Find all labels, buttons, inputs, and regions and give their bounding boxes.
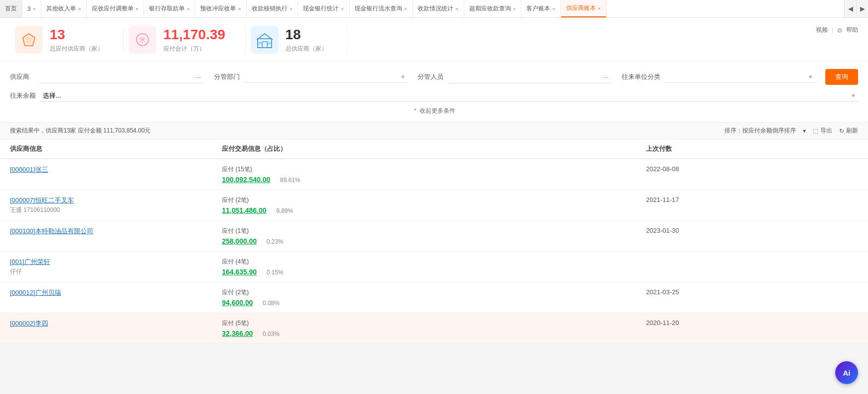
dept-select-wrapper[interactable]: ▾ xyxy=(244,71,408,83)
supplier-link-1[interactable]: [000001]张三 xyxy=(10,166,48,173)
balance-select[interactable]: 选择... xyxy=(43,92,852,99)
sort-label[interactable]: 排序：按应付余额倒序排序 xyxy=(724,127,796,135)
col-payable-info: 应付交易信息（占比） xyxy=(222,144,646,153)
nav-tab-cash-bank-stat-label: 现金银行统计 xyxy=(303,4,339,13)
supplier-link-2[interactable]: [000007]恒旺二手叉车 xyxy=(10,197,74,204)
nav-tab-collection-exec[interactable]: 收款核销执行 × xyxy=(247,0,298,17)
category-select[interactable] xyxy=(667,73,809,80)
supplier-sub-4: 仔仔 xyxy=(10,267,222,276)
supplier-label: 供应商 xyxy=(10,72,35,81)
payable-amount-2[interactable]: 11,051,486.00 xyxy=(222,206,267,214)
nav-tab-home-label: 首页 xyxy=(5,4,17,13)
person-input[interactable] xyxy=(450,73,603,80)
supplier-input[interactable] xyxy=(42,73,195,80)
nav-tab-customer-ledger-close[interactable]: × xyxy=(552,6,555,12)
payable-label-5: 应付 (2笔) xyxy=(222,288,646,297)
person-dots-icon[interactable]: ··· xyxy=(603,73,609,81)
dept-select[interactable] xyxy=(247,73,402,80)
category-chevron-icon: ▾ xyxy=(809,73,812,80)
payable-amount-6[interactable]: 32,366.00 xyxy=(222,329,253,337)
payable-percent-6: 0.03% xyxy=(263,330,280,337)
nav-tab-cash-bank-stat-close[interactable]: × xyxy=(341,6,344,12)
stat-block-total-suppliers: 18 总供应商（家） xyxy=(246,26,348,54)
nav-tab-collection-stat[interactable]: 收款情况统计 × xyxy=(413,0,464,17)
supplier-link-5[interactable]: [000012]广州贝瑞 xyxy=(10,289,61,296)
nav-tab-cash-bank-query-label: 现金银行流水查询 xyxy=(355,4,402,13)
nav-tab-bank-deposit[interactable]: 银行存取款单 × xyxy=(144,0,195,17)
table-row: [000002]李四 应付 (5笔) 32,366.00 0.03% 2020-… xyxy=(0,313,868,344)
nav-tab-ar-ap-adjust[interactable]: 应收应付调整单 × xyxy=(87,0,144,17)
payable-label-1: 应付 (15笔) xyxy=(222,165,646,174)
nav-next-arrow[interactable]: ▶ xyxy=(856,0,868,18)
nav-tab-ar-ap-adjust-close[interactable]: × xyxy=(136,6,139,12)
help-link[interactable]: 帮助 xyxy=(846,26,858,34)
balance-chevron-icon: ▾ xyxy=(852,92,855,99)
payable-cell-5: 应付 (2笔) 94,600.00 0.08% xyxy=(222,288,646,307)
nav-tab-cash-bank-stat[interactable]: 现金银行统计 × xyxy=(298,0,349,17)
supplier-link-4[interactable]: [001]广州荣轩 xyxy=(10,258,50,265)
result-bar: 搜索结果中，供应商13家 应付金额 111,703,854.00元 排序：按应付… xyxy=(0,123,868,139)
nav-tab-3[interactable]: 3 × xyxy=(22,0,41,17)
last-pay-cell-6: 2020-11-20 xyxy=(646,319,858,327)
supplier-cell-2: [000007]恒旺二手叉车 王通 17106110000 xyxy=(10,196,222,214)
nav-tab-advance-ar-close[interactable]: × xyxy=(238,6,241,12)
payable-cell-6: 应付 (5笔) 32,366.00 0.03% xyxy=(222,319,646,337)
payable-amount-3[interactable]: 258,000.00 xyxy=(222,237,257,245)
stat-text-total-suppliers: 18 总供应商（家） xyxy=(286,26,327,54)
supplier-field: 供应商 ··· xyxy=(10,71,204,83)
last-pay-cell-3: 2023-01-30 xyxy=(646,227,858,234)
result-actions: 排序：按应付余额倒序排序 ▾ ⬚ 导出 ↻ 刷新 xyxy=(724,127,858,135)
payable-amount-1[interactable]: 100,092,540.00 xyxy=(222,176,270,184)
nav-tab-supplier-ledger[interactable]: 供应商账本 × xyxy=(561,0,606,17)
payable-percent-4: 0.15% xyxy=(267,269,284,276)
nav-tab-customer-ledger-label: 客户账本 xyxy=(526,4,550,13)
nav-tab-collection-exec-close[interactable]: × xyxy=(289,6,292,12)
nav-tab-supplier-ledger-close[interactable]: × xyxy=(598,5,601,11)
supplier-link-3[interactable]: [000100]本特勒油品有限公司 xyxy=(10,227,93,235)
supplier-dots-icon[interactable]: ··· xyxy=(195,73,201,81)
search-area: 供应商 ··· 分管部门 ▾ 分管人员 ··· 往来单位分类 xyxy=(0,62,868,123)
last-pay-cell-5: 2021-03-25 xyxy=(646,288,858,296)
last-pay-cell-2: 2021-11-17 xyxy=(646,196,858,203)
nav-tab-other-income[interactable]: 其他收入单 × xyxy=(41,0,86,17)
collapse-label: 收起更多条件 xyxy=(420,107,455,115)
category-field: 往来单位分类 ▾ xyxy=(622,71,816,83)
nav-tab-advance-ar-label: 预收冲应收单 xyxy=(200,4,236,13)
nav-tab-customer-ledger[interactable]: 客户账本 × xyxy=(521,0,561,17)
table-row: [001]广州荣轩 仔仔 应付 (4笔) 164,635.90 0.15% xyxy=(0,252,868,282)
nav-prev-arrow[interactable]: ◀ xyxy=(844,0,856,18)
nav-tab-collection-stat-close[interactable]: × xyxy=(455,6,458,12)
collapse-up-icon: ⌃ xyxy=(413,108,418,115)
last-pay-date-3: 2023-01-30 xyxy=(646,227,679,234)
nav-tab-cash-bank-query-close[interactable]: × xyxy=(404,6,407,12)
nav-tab-bank-deposit-close[interactable]: × xyxy=(187,6,190,12)
export-button[interactable]: ⬚ 导出 xyxy=(813,127,832,135)
collapse-button[interactable]: ⌃ 收起更多条件 xyxy=(10,107,858,115)
supplier-sub-2: 王通 17106110000 xyxy=(10,206,222,214)
payable-amount-5[interactable]: 94,600.00 xyxy=(222,299,253,307)
category-label: 往来单位分类 xyxy=(622,72,660,81)
video-link[interactable]: 视频 xyxy=(816,26,828,34)
refresh-button[interactable]: ↻ 刷新 xyxy=(839,127,858,135)
stat-block-suppliers-payable: 13 总应付供应商（家） xyxy=(10,26,124,54)
nav-tab-overdue-ar-label: 超期应收款查询 xyxy=(469,4,511,13)
nav-tab-other-income-close[interactable]: × xyxy=(78,6,81,12)
nav-tab-home[interactable]: 首页 xyxy=(0,0,22,17)
stat-value-payable-total: 11,170.39 xyxy=(163,26,225,43)
last-pay-date-2: 2021-11-17 xyxy=(646,196,679,203)
table-row: [000007]恒旺二手叉车 王通 17106110000 应付 (2笔) 11… xyxy=(0,190,868,221)
supplier-link-6[interactable]: [000002]李四 xyxy=(10,320,48,327)
supplier-input-wrapper: ··· xyxy=(39,71,204,83)
nav-tab-overdue-ar-close[interactable]: × xyxy=(513,6,516,12)
person-field: 分管人员 ··· xyxy=(418,71,612,83)
supplier-cell-6: [000002]李四 xyxy=(10,319,222,328)
payable-amount-4[interactable]: 164,635.90 xyxy=(222,268,257,276)
balance-select-wrapper[interactable]: 选择... ▾ xyxy=(40,90,858,102)
nav-tab-3-close[interactable]: × xyxy=(33,6,36,12)
query-button[interactable]: 查询 xyxy=(825,69,858,85)
nav-tab-cash-bank-query[interactable]: 现金银行流水查询 × xyxy=(350,0,413,17)
category-select-wrapper[interactable]: ▾ xyxy=(664,71,816,83)
nav-tab-overdue-ar[interactable]: 超期应收款查询 × xyxy=(464,0,521,17)
stat-icon-diamond xyxy=(15,26,43,54)
nav-tab-advance-ar[interactable]: 预收冲应收单 × xyxy=(195,0,246,17)
